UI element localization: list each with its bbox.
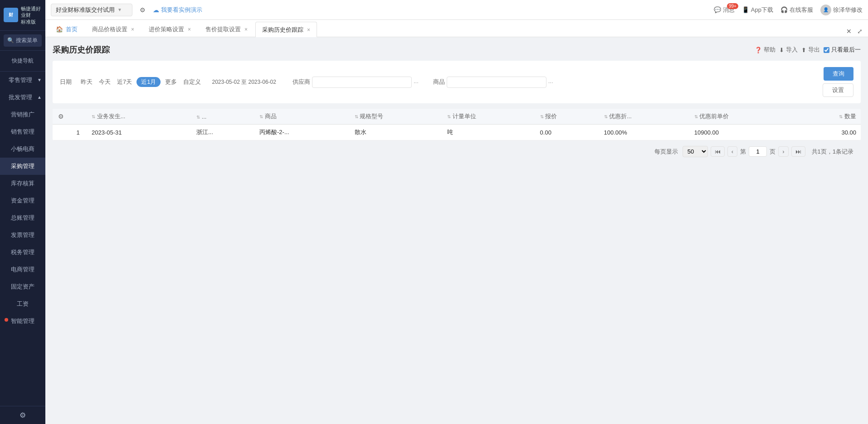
topbar-settings-button[interactable]: ⚙ [138, 5, 147, 15]
sidebar-item-wholesale[interactable]: 批发管理 ▲ [0, 89, 45, 106]
app-logo-icon: 财 [4, 8, 18, 22]
tab-sell-close[interactable]: × [244, 26, 248, 33]
sort-icon: ⇅ [694, 114, 698, 119]
tab-expand-button[interactable]: ⤢ [855, 26, 864, 37]
tab-sell[interactable]: 售价提取设置 × [199, 21, 254, 37]
sidebar-item-tax[interactable]: 税务管理 [0, 244, 45, 261]
per-page-select[interactable]: 20 50 100 [683, 146, 708, 157]
tab-close-all-button[interactable]: ✕ [844, 26, 853, 37]
th-unit-price[interactable]: ⇅ 优惠前单价 [690, 109, 797, 125]
export-button[interactable]: ⬆ 导出 [801, 46, 820, 54]
sort-icon: ⇅ [540, 114, 544, 119]
date-btn-today[interactable]: 今天 [97, 77, 112, 87]
tab-history[interactable]: 采购历史价跟踪 × [255, 22, 317, 37]
sidebar-gear-area: ⚙ [0, 406, 45, 424]
th-date[interactable]: ⇅ 业务发生... [87, 109, 192, 125]
date-filter-label: 日期 [60, 78, 72, 86]
goods-filter: 商品 ··· [433, 77, 553, 88]
table-gear-icon[interactable]: ⚙ [58, 113, 64, 120]
message-badge: 99+ [727, 3, 738, 9]
th-spec[interactable]: ⇅ 规格型号 [350, 109, 443, 125]
help-button[interactable]: ❓ 帮助 [755, 46, 775, 54]
sort-icon: ⇅ [839, 114, 843, 119]
sidebar-item-invoice[interactable]: 发票管理 [0, 226, 45, 244]
th-discount[interactable]: ⇅ 优惠折... [600, 109, 690, 125]
goods-ellipsis[interactable]: ··· [548, 79, 553, 86]
topbar-right: 💬 消息 99+ 📱 App下载 🎧 在线客服 👤 徐泽华修改 [714, 5, 863, 15]
sidebar-item-purchase[interactable]: 采购管理 [0, 158, 45, 175]
date-btn-1month[interactable]: 近1月 [137, 77, 161, 87]
search-menu-button[interactable]: 🔍 搜索菜单 [4, 34, 42, 47]
headset-icon: 🎧 [780, 6, 788, 13]
page-actions: ❓ 帮助 ⬇ 导入 ⬆ 导出 只看最后一 [755, 46, 861, 54]
message-button[interactable]: 💬 消息 99+ [714, 6, 735, 14]
td-more: 浙江... [192, 125, 255, 140]
pagination-total-info: 共1页，1条记录 [812, 148, 853, 156]
import-button[interactable]: ⬇ 导入 [779, 46, 798, 54]
app-download-button[interactable]: 📱 App下载 [742, 6, 773, 14]
page-title: 采购历史价跟踪 [53, 44, 110, 55]
filter-settings-button[interactable]: 设置 [823, 83, 853, 97]
date-btn-custom[interactable]: 自定义 [181, 77, 203, 87]
th-unit[interactable]: ⇅ 计量单位 [443, 109, 535, 125]
help-icon: ❓ [755, 47, 762, 53]
sidebar-item-assets[interactable]: 固定资产 [0, 278, 45, 295]
page-input[interactable]: 1 [749, 146, 767, 157]
td-goods: 丙烯酸-2-... [255, 125, 350, 140]
tab-price-close[interactable]: × [131, 26, 134, 33]
filter-actions: 查询 设置 [823, 67, 853, 97]
settings-gear-button[interactable]: ⚙ [20, 411, 26, 419]
sidebar-item-smart[interactable]: 智能管理 [0, 313, 45, 330]
th-more[interactable]: ⇅ ... [192, 109, 255, 125]
only-last-checkbox[interactable]: 只看最后一 [824, 46, 861, 54]
tab-home[interactable]: 🏠 首页 [49, 21, 84, 37]
pagination: 每页显示 20 50 100 ⏮ ‹ 第 1 页 › ⏭ 共1页，1条记录 [53, 140, 861, 163]
query-button[interactable]: 查询 [824, 67, 853, 81]
sidebar-item-salary[interactable]: 工资 [0, 295, 45, 313]
th-price[interactable]: ⇅ 报价 [536, 109, 600, 125]
sidebar-quick-nav: 快捷导航 [0, 51, 45, 72]
td-date: 2023-05-31 [87, 125, 192, 140]
sidebar-item-marketing[interactable]: 营销推广 [0, 106, 45, 123]
quick-nav-button[interactable]: 快捷导航 [0, 54, 45, 67]
sort-icon: ⇅ [355, 114, 358, 119]
sidebar-item-sales[interactable]: 销售管理 [0, 123, 45, 140]
main-area: 好业财标准版交付试用 ▼ ⚙ 我要看实例演示 💬 消息 99+ 📱 App下载 … [45, 0, 868, 424]
sidebar-item-ledger[interactable]: 总账管理 [0, 209, 45, 226]
pagination-prev-button[interactable]: ‹ [727, 146, 737, 157]
page-header: 采购历史价跟踪 ❓ 帮助 ⬇ 导入 ⬆ 导出 只看最后一 [53, 44, 861, 55]
date-btn-yesterday[interactable]: 昨天 [79, 77, 94, 87]
online-service-button[interactable]: 🎧 在线客服 [780, 6, 813, 14]
pagination-next-button[interactable]: › [778, 146, 788, 157]
sidebar-item-retail[interactable]: 零售管理 ▼ [0, 72, 45, 89]
table-area: ⚙ ⇅ 业务发生... ⇅ ... ⇅ 商品 [53, 109, 861, 140]
tab-strategy-close[interactable]: × [188, 26, 191, 33]
sidebar-item-ecommerce-small[interactable]: 小畅电商 [0, 140, 45, 158]
goods-input[interactable] [447, 77, 546, 88]
supplier-ellipsis[interactable]: ··· [414, 79, 419, 86]
version-selector[interactable]: 好业财标准版交付试用 ▼ [51, 4, 132, 16]
tab-history-close[interactable]: × [307, 27, 310, 33]
th-goods[interactable]: ⇅ 商品 [255, 109, 350, 125]
sidebar-item-finance[interactable]: 资金管理 [0, 192, 45, 209]
supplier-input[interactable] [312, 77, 412, 88]
td-no: 1 [69, 125, 87, 140]
chevron-down-icon: ▼ [117, 7, 122, 12]
td-gear [53, 125, 69, 140]
demo-link[interactable]: 我要看实例演示 [153, 6, 202, 14]
sidebar-logo: 财 畅捷通好业财 标准版 [0, 0, 45, 31]
only-last-input[interactable] [824, 47, 829, 53]
tab-strategy[interactable]: 进价策略设置 × [142, 21, 198, 37]
filter-area: 日期 昨天 今天 近7天 近1月 更多 自定义 2023-05-02 至 202… [53, 61, 861, 103]
sidebar-item-inventory[interactable]: 库存核算 [0, 175, 45, 192]
sidebar-item-ecommerce[interactable]: 电商管理 [0, 261, 45, 278]
tab-price[interactable]: 商品价格设置 × [85, 21, 141, 37]
th-qty[interactable]: ⇅ 数量 [797, 109, 861, 125]
td-spec: 散水 [350, 125, 443, 140]
pagination-last-button[interactable]: ⏭ [791, 146, 805, 157]
date-btn-7days[interactable]: 近7天 [115, 77, 134, 87]
page-suffix: 页 [770, 148, 775, 156]
user-menu-button[interactable]: 👤 徐泽华修改 [820, 5, 863, 15]
date-btn-more[interactable]: 更多 [163, 77, 179, 87]
pagination-first-button[interactable]: ⏮ [711, 146, 725, 157]
